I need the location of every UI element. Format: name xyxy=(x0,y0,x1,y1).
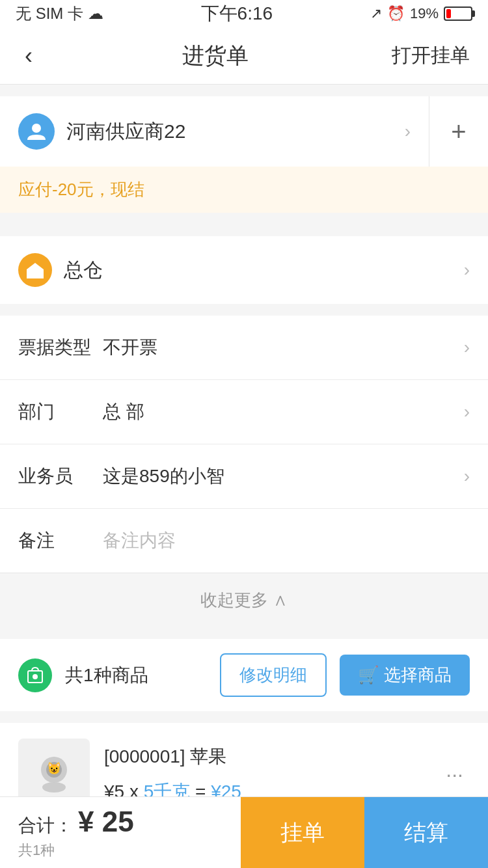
gap-1 xyxy=(0,85,488,96)
battery-text: 19% xyxy=(410,5,439,22)
svg-rect-1 xyxy=(32,272,38,278)
remark-value: 备注内容 xyxy=(103,528,470,553)
department-chevron-icon: › xyxy=(464,401,470,422)
product-count-text: 共1种商品 xyxy=(65,663,207,688)
supplier-name: 河南供应商22 xyxy=(66,118,405,145)
select-product-icon: 🛒 xyxy=(358,665,379,685)
salesperson-row[interactable]: 业务员 这是859的小智 › xyxy=(0,444,488,509)
add-supplier-button[interactable]: + xyxy=(429,96,488,167)
svg-point-3 xyxy=(33,674,38,679)
gap-3 xyxy=(0,627,488,639)
open-pending-button[interactable]: 打开挂单 xyxy=(392,42,470,69)
supplier-avatar xyxy=(18,113,55,150)
alarm-icon: ⏰ xyxy=(387,5,405,22)
edit-detail-button[interactable]: 修改明细 xyxy=(220,653,327,697)
warehouse-name: 总仓 xyxy=(64,257,464,284)
ticket-type-label: 票据类型 xyxy=(18,335,103,360)
department-row[interactable]: 部门 总 部 › xyxy=(0,380,488,444)
bottom-total: 合计： ¥ 25 共1种 xyxy=(0,806,241,860)
supplier-notice: 应付-20元，现结 xyxy=(0,167,488,213)
salesperson-chevron-icon: › xyxy=(464,466,470,487)
remark-row[interactable]: 备注 备注内容 xyxy=(0,509,488,573)
checkout-button[interactable]: 结算 xyxy=(364,797,488,869)
back-button[interactable]: ‹ xyxy=(18,36,39,76)
collapse-bar[interactable]: 收起更多 ∧ xyxy=(0,573,488,627)
product-count-icon xyxy=(18,658,52,692)
ticket-type-row[interactable]: 票据类型 不开票 › xyxy=(0,316,488,380)
status-right: ↗ ⏰ 19% xyxy=(370,5,472,22)
warehouse-section[interactable]: 总仓 › xyxy=(0,236,488,304)
remark-label: 备注 xyxy=(18,528,103,553)
svg-point-0 xyxy=(32,124,41,133)
page-title: 进货单 xyxy=(182,41,249,71)
ticket-type-value: 不开票 xyxy=(103,335,464,360)
nav-bar: ‹ 进货单 打开挂单 xyxy=(0,27,488,85)
status-time: 下午6:16 xyxy=(201,1,273,26)
department-value: 总 部 xyxy=(103,400,464,424)
status-bar: 无 SIM 卡 ☁ 下午6:16 ↗ ⏰ 19% xyxy=(0,0,488,27)
total-label: 合计： xyxy=(18,813,73,838)
warehouse-icon xyxy=(18,253,52,287)
form-section: 票据类型 不开票 › 部门 总 部 › 业务员 这是859的小智 › 备注 备注… xyxy=(0,316,488,573)
product-more-button[interactable]: ··· xyxy=(439,756,470,793)
salesperson-label: 业务员 xyxy=(18,464,103,489)
total-count: 共1种 xyxy=(18,841,223,860)
select-product-button[interactable]: 🛒 选择商品 xyxy=(340,655,470,696)
salesperson-value: 这是859的小智 xyxy=(103,464,464,489)
warehouse-chevron-icon: › xyxy=(464,260,470,280)
status-left: 无 SIM 卡 ☁ xyxy=(16,3,103,24)
sim-status: 无 SIM 卡 ☁ xyxy=(16,3,103,24)
pending-button[interactable]: 挂单 xyxy=(241,797,364,869)
svg-point-6 xyxy=(42,782,66,793)
supplier-selector[interactable]: 河南供应商22 › xyxy=(0,96,429,167)
location-icon: ↗ xyxy=(370,5,382,22)
bottom-bar: 合计： ¥ 25 共1种 挂单 结算 xyxy=(0,796,488,868)
department-label: 部门 xyxy=(18,400,103,424)
product-info: [0000001] 苹果 ¥5 x 5千克 = ¥25 xyxy=(104,744,439,804)
total-amount: ¥ 25 xyxy=(78,806,134,838)
product-header: 共1种商品 修改明细 🛒 选择商品 xyxy=(0,639,488,711)
select-product-label: 选择商品 xyxy=(384,664,452,686)
svg-text:😺: 😺 xyxy=(47,761,62,776)
product-name: [0000001] 苹果 xyxy=(104,744,439,769)
gap-2 xyxy=(0,213,488,224)
ticket-type-chevron-icon: › xyxy=(464,337,470,358)
supplier-section: 河南供应商22 › + xyxy=(0,96,488,167)
battery-icon xyxy=(444,7,472,21)
supplier-chevron-icon: › xyxy=(405,121,411,142)
